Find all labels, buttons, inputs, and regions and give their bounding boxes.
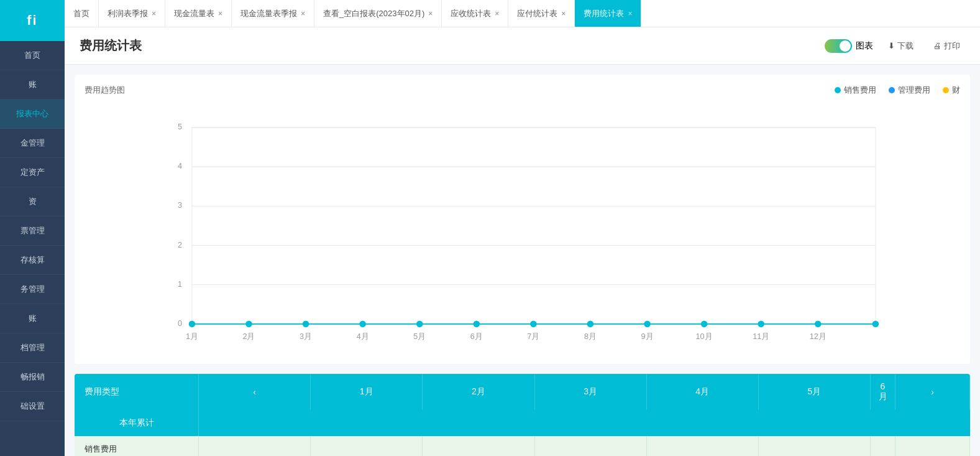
svg-point-14: [245, 320, 252, 327]
sidebar-item-settings[interactable]: 础设置: [0, 392, 65, 421]
svg-point-21: [644, 320, 651, 327]
page-content: 费用统计表 图表 ⬇ 下载 🖨 打印 费用趋势图: [65, 27, 980, 456]
svg-text:6月: 6月: [470, 332, 483, 341]
sidebar-item-invoices[interactable]: 票管理: [0, 216, 65, 246]
svg-text:1: 1: [178, 280, 182, 289]
table-header-row: 费用类型 ‹ 1月 2月 3月 4月 5月: [75, 374, 970, 436]
th-month-5: 5月: [759, 374, 871, 410]
nav-next-icon[interactable]: ›: [931, 387, 934, 397]
chart-toggle-label: 图表: [856, 40, 873, 52]
svg-text:5月: 5月: [413, 332, 426, 341]
td-month-4: [647, 436, 759, 456]
svg-point-15: [303, 320, 309, 327]
svg-text:4月: 4月: [357, 332, 369, 341]
table-section: 费用类型 ‹ 1月 2月 3月 4月 5月: [75, 374, 970, 456]
print-button[interactable]: 🖨 打印: [928, 38, 965, 54]
svg-point-13: [189, 320, 196, 327]
td-month-5: [759, 436, 871, 456]
tab-close-payable[interactable]: ×: [561, 9, 566, 18]
svg-text:1月: 1月: [186, 332, 198, 341]
th-expense-type: 费用类型: [75, 374, 199, 410]
legend-label-mgmt: 管理费用: [898, 85, 930, 96]
tab-payable[interactable]: 应付统计表 ×: [508, 0, 575, 27]
svg-text:3: 3: [178, 201, 182, 210]
td-month-2: [423, 436, 534, 456]
main-area: 首页 利润表季报 × 现金流量表 × 现金流量表季报 × 查看_空白报表(202…: [65, 0, 980, 456]
tab-home[interactable]: 首页: [65, 0, 99, 27]
tab-cashflow[interactable]: 现金流量表 ×: [165, 0, 232, 27]
legend-item-finance: 财: [943, 85, 960, 96]
svg-point-24: [815, 320, 822, 327]
svg-rect-12: [192, 128, 876, 324]
th-nav-prev[interactable]: ‹: [199, 374, 311, 410]
table-row: 销售费用: [75, 436, 970, 456]
sidebar-item-expense[interactable]: 畅报销: [0, 363, 65, 392]
svg-text:5: 5: [178, 123, 182, 131]
chart-toggle[interactable]: [825, 39, 852, 53]
td-month-6: [871, 436, 895, 456]
th-month-4: 4月: [647, 374, 759, 410]
td-month-3: [535, 436, 647, 456]
chart-title: 费用趋势图: [85, 85, 125, 96]
legend-item-mgmt: 管理费用: [889, 85, 930, 96]
svg-text:8月: 8月: [584, 332, 597, 341]
tab-cashflow-quarterly[interactable]: 现金流量表季报 ×: [232, 0, 314, 27]
td-expense-type: 销售费用: [75, 436, 199, 456]
tab-bar: 首页 利润表季报 × 现金流量表 × 现金流量表季报 × 查看_空白报表(202…: [65, 0, 980, 27]
svg-text:7月: 7月: [527, 332, 539, 341]
tab-receivable[interactable]: 应收统计表 ×: [442, 0, 508, 27]
sidebar-item-assets[interactable]: 定资产: [0, 158, 65, 187]
chart-svg-wrap: 5 4 3 2 1 0: [85, 103, 960, 354]
svg-point-23: [758, 320, 764, 327]
legend-label-sales: 销售费用: [844, 85, 876, 96]
trend-chart: 5 4 3 2 1 0: [85, 103, 960, 352]
tab-close-blank-report[interactable]: ×: [428, 9, 433, 18]
sidebar-item-services[interactable]: 务管理: [0, 275, 65, 304]
legend-dot-finance: [943, 87, 949, 93]
legend-dot-mgmt: [889, 87, 895, 93]
tab-profit-quarterly[interactable]: 利润表季报 ×: [99, 0, 165, 27]
page-title: 费用统计表: [80, 37, 142, 54]
download-button[interactable]: ⬇ 下载: [883, 38, 918, 54]
nav-prev-icon[interactable]: ‹: [253, 387, 256, 397]
sidebar: fi 首页 账 报表中心 金管理 定资产 资 票管理 存核算 务管理 账 档管理…: [0, 0, 65, 456]
svg-point-22: [701, 320, 708, 327]
svg-text:12月: 12月: [810, 332, 827, 341]
sidebar-item-funds[interactable]: 金管理: [0, 129, 65, 158]
th-month-1: 1月: [311, 374, 423, 410]
sidebar-item-resources[interactable]: 资: [0, 187, 65, 216]
legend-dot-sales: [835, 87, 841, 93]
td-col-prev: [199, 436, 311, 456]
print-icon: 🖨: [933, 41, 941, 50]
tab-expense-stats[interactable]: 费用统计表 ×: [575, 0, 641, 27]
legend-label-finance: 财: [952, 85, 960, 96]
chart-container: 费用趋势图 销售费用 管理费用 财: [75, 75, 970, 364]
svg-point-25: [872, 320, 879, 327]
tab-close-profit-quarterly[interactable]: ×: [152, 9, 156, 18]
sidebar-item-ledger[interactable]: 账: [0, 304, 65, 333]
sidebar-item-reports[interactable]: 报表中心: [0, 100, 65, 129]
th-month-2: 2月: [423, 374, 534, 410]
sidebar-item-account[interactable]: 账: [0, 70, 65, 100]
th-nav-next[interactable]: ›: [895, 374, 970, 410]
tab-close-cashflow[interactable]: ×: [218, 9, 222, 18]
legend-item-sales: 销售费用: [835, 85, 876, 96]
tab-close-expense-stats[interactable]: ×: [628, 9, 632, 18]
svg-text:2月: 2月: [242, 332, 255, 341]
sidebar-item-inventory[interactable]: 存核算: [0, 246, 65, 275]
tab-close-cashflow-quarterly[interactable]: ×: [301, 9, 305, 18]
chart-legend: 销售费用 管理费用 财: [835, 85, 960, 96]
sidebar-item-home[interactable]: 首页: [0, 41, 65, 70]
svg-text:3月: 3月: [300, 332, 312, 341]
svg-text:2: 2: [178, 241, 182, 249]
sidebar-item-archives[interactable]: 档管理: [0, 333, 65, 363]
svg-point-16: [359, 320, 366, 327]
th-year-total: 本年累计: [75, 410, 199, 436]
tab-close-receivable[interactable]: ×: [495, 9, 499, 18]
tab-blank-report[interactable]: 查看_空白报表(2023年02月) ×: [314, 0, 442, 27]
sidebar-logo: fi: [0, 0, 65, 41]
header-actions: 图表 ⬇ 下载 🖨 打印: [825, 38, 965, 54]
download-icon: ⬇: [888, 41, 895, 50]
th-month-6: 6月: [871, 374, 895, 410]
svg-text:10月: 10月: [696, 332, 713, 341]
